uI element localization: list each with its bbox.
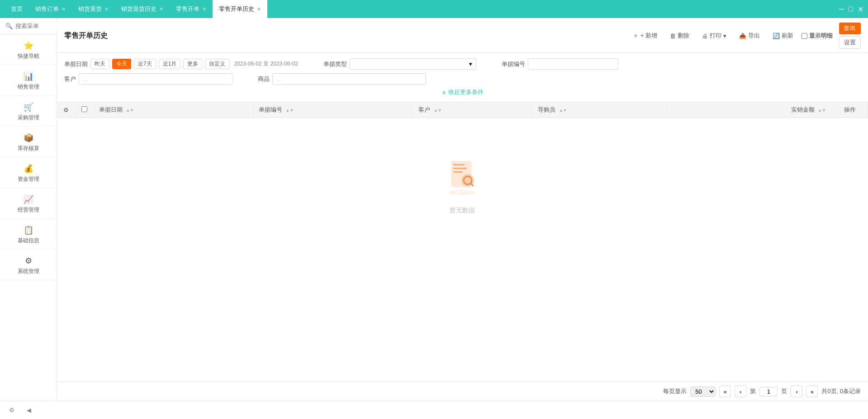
docno-sort-icon[interactable]: ▲▼ xyxy=(286,108,294,113)
tab-sales-return-close[interactable]: ✕ xyxy=(104,6,109,12)
quick-nav-label: 快捷导航 xyxy=(18,52,39,60)
operation-label: 经营管理 xyxy=(18,206,39,214)
top-nav-bar: 首页 销售订单 ✕ 销货退货 ✕ 销货退货历史 ✕ 零售开单 ✕ 零售开单历史 … xyxy=(0,0,868,18)
sidebar-item-sales[interactable]: 📊 销售管理 xyxy=(0,65,57,96)
next-page-btn[interactable]: › xyxy=(791,386,802,397)
th-date: 单据日期 ▲▼ xyxy=(93,102,253,118)
bottom-collapse-icon: ◀ xyxy=(27,407,31,414)
display-detail-toggle[interactable]: 显示明细 xyxy=(802,32,833,40)
bottom-settings-btn[interactable]: ⚙ xyxy=(5,404,18,417)
bottom-collapse-btn[interactable]: ◀ xyxy=(23,404,35,417)
th-docno-label: 单据编号 xyxy=(259,106,282,113)
page-label-pre: 第 xyxy=(750,387,756,395)
settings-gear-icon[interactable]: ⚙ xyxy=(63,107,69,113)
customer-label: 客户 xyxy=(64,75,76,83)
tab-retail-open[interactable]: 零售开单 ✕ xyxy=(170,0,213,18)
docno-input[interactable] xyxy=(528,58,618,70)
basic-label: 基础信息 xyxy=(18,237,39,245)
customer-sort-icon[interactable]: ▲▼ xyxy=(434,108,442,113)
sidebar-item-inventory[interactable]: 📦 库存核算 xyxy=(0,127,57,157)
th-checkbox[interactable] xyxy=(75,102,93,118)
prev-page-btn[interactable]: ‹ xyxy=(735,386,746,397)
minimize-btn[interactable]: ─ xyxy=(839,5,844,13)
query-label: 查询 xyxy=(844,24,855,33)
sidebar-item-quick-nav[interactable]: ⭐ 快捷导航 xyxy=(0,34,57,65)
tab-retail-open-history-close[interactable]: ✕ xyxy=(257,6,261,12)
system-icon: ⚙ xyxy=(25,256,32,266)
tab-retail-open-history[interactable]: 零售开单历史 ✕ xyxy=(213,0,267,18)
tab-home-label: 首页 xyxy=(11,5,23,13)
query-button[interactable]: 查询 xyxy=(839,23,861,34)
th-settings[interactable]: ⚙ xyxy=(57,102,75,118)
per-page-select[interactable]: 50 10 20 100 xyxy=(690,386,716,397)
last-page-btn[interactable]: » xyxy=(806,386,818,397)
amount-sort-icon[interactable]: ▲▼ xyxy=(818,108,826,113)
select-all-checkbox[interactable] xyxy=(81,106,87,112)
docno-label: 单据编号 xyxy=(502,60,525,68)
sidebar-item-purchase[interactable]: 🛒 采购管理 xyxy=(0,96,57,127)
tab-home[interactable]: 首页 xyxy=(5,0,29,18)
display-detail-checkbox[interactable] xyxy=(802,33,807,39)
sales-label: 销售管理 xyxy=(18,83,39,91)
per-page-label: 每页显示 xyxy=(663,387,687,395)
finance-icon: 💰 xyxy=(24,164,33,174)
tab-sales-return[interactable]: 销货退货 ✕ xyxy=(72,0,115,18)
th-customer-label: 客户 xyxy=(418,106,430,113)
tab-sales-return-history-close[interactable]: ✕ xyxy=(159,6,163,12)
print-button[interactable]: 🖨 打印 ▾ xyxy=(697,30,731,42)
customer-value: ... xyxy=(83,75,88,82)
date-custom[interactable]: 自定义 xyxy=(205,59,229,69)
th-amount-label: 实销金额 xyxy=(791,106,815,113)
date-more[interactable]: 更多 xyxy=(183,59,202,69)
goods-filter: 商品 ... xyxy=(258,73,426,85)
close-btn-window[interactable]: ✕ xyxy=(858,5,863,14)
goods-select[interactable]: ... xyxy=(272,73,426,85)
filter-row-1: 单据日期 昨天 今天 近7天 近1月 更多 自定义 2023-06-02 至 2… xyxy=(64,58,861,70)
data-table: ⚙ 单据日期 ▲▼ 单据编号 ▲▼ xyxy=(57,102,868,251)
quick-nav-icon: ⭐ xyxy=(24,41,33,51)
collapse-button[interactable]: ∧ 收起更多条件 xyxy=(442,88,484,96)
delete-button[interactable]: 🗑 删除 xyxy=(665,30,694,42)
collapse-row: ∧ 收起更多条件 xyxy=(64,86,861,96)
goods-label: 商品 xyxy=(258,75,270,83)
date-today[interactable]: 今天 xyxy=(112,59,131,69)
tab-retail-open-label: 零售开单 xyxy=(176,5,199,13)
sidebar-item-operation[interactable]: 📈 经营管理 xyxy=(0,188,57,219)
export-label: 导出 xyxy=(748,32,760,40)
date-sort-icon[interactable]: ▲▼ xyxy=(126,108,134,113)
doctype-filter: 单据类型 ▾ xyxy=(323,58,476,70)
sales-icon: 📊 xyxy=(24,71,33,81)
maximize-btn[interactable]: □ xyxy=(849,5,853,13)
customer-filter: 客户 ... xyxy=(64,73,232,85)
table-body: 暂无数据 xyxy=(57,118,868,251)
sidebar-item-finance[interactable]: 💰 资金管理 xyxy=(0,157,57,188)
th-date-label: 单据日期 xyxy=(99,106,123,113)
th-customer: 客户 ▲▼ xyxy=(413,102,532,118)
tab-retail-open-close[interactable]: ✕ xyxy=(202,6,206,12)
page-header: 零售开单历史 ＋ + 新增 🗑 删除 🖨 打印 ▾ 📤 导出 xyxy=(57,18,868,53)
sidebar-item-basic[interactable]: 📋 基础信息 xyxy=(0,219,57,250)
date-7days[interactable]: 近7天 xyxy=(134,59,156,69)
doctype-label: 单据类型 xyxy=(323,60,347,68)
export-button[interactable]: 📤 导出 xyxy=(735,30,764,42)
add-button[interactable]: ＋ + 新增 xyxy=(628,30,662,42)
tab-sales-order-close[interactable]: ✕ xyxy=(62,6,66,12)
refresh-button[interactable]: 🔄 刷新 xyxy=(768,30,798,42)
toolbar: ＋ + 新增 🗑 删除 🖨 打印 ▾ 📤 导出 🔄 xyxy=(628,23,861,49)
settings-button[interactable]: 设置 xyxy=(839,36,861,49)
inventory-label: 库存核算 xyxy=(18,145,39,152)
date-range-text: 2023-06-02 至 2023-06-02 xyxy=(234,60,298,68)
customer-select[interactable]: ... xyxy=(79,73,232,85)
page-input[interactable] xyxy=(759,387,778,396)
date-1month[interactable]: 近1月 xyxy=(159,59,181,69)
tab-sales-return-history[interactable]: 销货退货历史 ✕ xyxy=(115,0,170,18)
sidebar-item-system[interactable]: ⚙ 系统管理 xyxy=(0,250,57,280)
first-page-btn[interactable]: « xyxy=(719,386,731,397)
salesperson-sort-icon[interactable]: ▲▼ xyxy=(559,108,567,113)
finance-label: 资金管理 xyxy=(18,175,39,183)
doctype-select[interactable]: ▾ xyxy=(350,58,476,70)
display-detail-label: 显示明细 xyxy=(809,32,833,40)
date-yesterday[interactable]: 昨天 xyxy=(90,59,109,69)
tab-sales-order[interactable]: 销售订单 ✕ xyxy=(29,0,72,18)
total-info: 共0页, 0条记录 xyxy=(821,387,861,395)
